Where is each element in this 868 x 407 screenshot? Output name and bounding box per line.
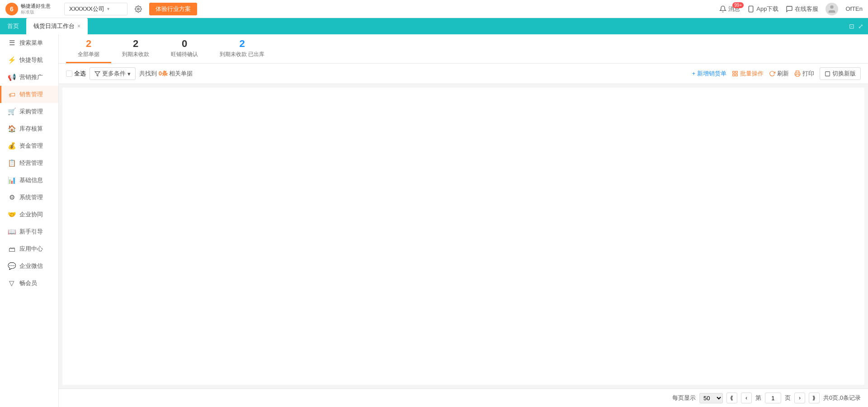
svg-rect-9 xyxy=(796,74,799,76)
stat-label-overdue: 到期未收款 xyxy=(122,51,149,58)
svg-marker-4 xyxy=(95,71,100,76)
content-area: 2 全部单据 2 到期未收款 0 旺铺待确认 2 到期未收款 已出库 全选 xyxy=(59,34,868,407)
app-download-action[interactable]: App下载 xyxy=(747,5,778,13)
batch-icon xyxy=(732,70,738,77)
sidebar-item-purchase-mgmt[interactable]: 🛒 采购管理 xyxy=(0,103,58,120)
svg-point-0 xyxy=(137,8,139,10)
main-layout: ☰ 搜索菜单 ⚡ 快捷导航 📢 营销推广 🏷 销售管理 🛒 采购管理 🏠 库存核… xyxy=(0,34,868,407)
experience-btn[interactable]: 体验行业方案 xyxy=(149,3,197,15)
company-name: XXXXXX公司 xyxy=(69,5,104,13)
sidebar-item-label: 基础信息 xyxy=(19,176,43,184)
sidebar-item-label: 营销推广 xyxy=(19,73,43,81)
tab-actions: ⊡ ⤢ xyxy=(849,23,868,30)
toolbar: 全选 更多条件 ▾ 共找到 0条 相关单据 + 新增销货单 xyxy=(59,64,868,84)
nav-tabs: 首页 钱货日清工作台 × ⊡ ⤢ xyxy=(0,18,868,34)
sidebar-item-marketing[interactable]: 📢 营销推广 xyxy=(0,69,58,86)
page-size-label: 每页显示 xyxy=(672,394,696,402)
tab-expand-icon[interactable]: ⤢ xyxy=(858,23,863,30)
sidebar-item-label: 企业协同 xyxy=(19,211,43,219)
switch-version-button[interactable]: 切换新版 xyxy=(820,67,861,80)
sidebar-item-member[interactable]: ▽ 畅会员 xyxy=(0,275,58,292)
message-badge: 99+ xyxy=(732,2,744,8)
stat-tab-overdue[interactable]: 2 到期未收款 xyxy=(111,34,160,63)
next-page-button[interactable]: › xyxy=(794,393,805,403)
online-service-action[interactable]: 在线客服 xyxy=(786,5,818,13)
top-header: 6 畅捷通好生意 标准版 XXXXXX公司 ▾ 体验行业方案 消息 99+ xyxy=(0,0,868,18)
svg-rect-8 xyxy=(733,74,735,76)
stat-label-overdue-shipped: 到期未收款 已出库 xyxy=(220,51,264,58)
svg-rect-10 xyxy=(826,71,830,76)
sidebar-item-label: 库存核算 xyxy=(19,125,43,133)
sidebar-item-system-mgmt[interactable]: ⚙ 系统管理 xyxy=(0,189,58,206)
sales-mgmt-icon: 🏷 xyxy=(8,91,16,98)
sidebar-item-beginner-guide[interactable]: 📖 新手引导 xyxy=(0,223,58,240)
page-label-suffix: 页 xyxy=(785,394,791,402)
basic-info-icon: 📊 xyxy=(8,176,16,184)
sidebar-item-label: 畅会员 xyxy=(19,279,37,287)
sidebar: ☰ 搜索菜单 ⚡ 快捷导航 📢 营销推广 🏷 销售管理 🛒 采购管理 🏠 库存核… xyxy=(0,34,59,407)
first-page-button[interactable]: ⟪ xyxy=(726,393,737,403)
system-mgmt-icon: ⚙ xyxy=(8,193,16,201)
stat-tab-pending[interactable]: 0 旺铺待确认 xyxy=(160,34,209,63)
inventory-icon: 🏠 xyxy=(8,125,16,133)
sidebar-item-label: 新手引导 xyxy=(19,228,43,236)
tab-minimize-icon[interactable]: ⊡ xyxy=(849,23,854,30)
sidebar-item-enterprise-wechat[interactable]: 💬 企业微信 xyxy=(0,257,58,275)
marketing-icon: 📢 xyxy=(8,73,16,81)
stat-number-overdue: 2 xyxy=(133,38,138,50)
sidebar-item-basic-info[interactable]: 📊 基础信息 xyxy=(0,172,58,189)
sidebar-item-search-menu[interactable]: ☰ 搜索菜单 xyxy=(0,34,58,51)
svg-rect-5 xyxy=(733,71,735,73)
stat-number-pending: 0 xyxy=(182,38,187,50)
page-size-select[interactable]: 50 10 20 100 xyxy=(699,393,723,403)
refresh-button[interactable]: 刷新 xyxy=(769,70,789,78)
batch-operation-button[interactable]: 批量操作 xyxy=(732,70,764,78)
operations-mgmt-icon: 📋 xyxy=(8,159,16,167)
sidebar-item-label: 系统管理 xyxy=(19,193,43,201)
sidebar-item-operations-mgmt[interactable]: 📋 经营管理 xyxy=(0,154,58,172)
stat-tab-overdue-shipped[interactable]: 2 到期未收款 已出库 xyxy=(209,34,275,63)
stats-tabs: 2 全部单据 2 到期未收款 0 旺铺待确认 2 到期未收款 已出库 xyxy=(59,34,868,64)
sidebar-item-label: 销售管理 xyxy=(19,90,43,98)
avatar[interactable] xyxy=(826,3,838,15)
stat-tab-all[interactable]: 2 全部单据 xyxy=(66,34,111,63)
svg-rect-1 xyxy=(749,6,753,12)
app-download-label: App下载 xyxy=(756,5,778,13)
add-sales-order-button[interactable]: + 新增销货单 xyxy=(692,70,726,78)
svg-rect-7 xyxy=(736,74,737,76)
switch-icon xyxy=(825,71,830,77)
page-label: 第 xyxy=(755,394,761,402)
sidebar-item-enterprise-collab[interactable]: 🤝 企业协同 xyxy=(0,206,58,223)
select-all-area[interactable]: 全选 xyxy=(66,70,86,78)
company-selector[interactable]: XXXXXX公司 ▾ xyxy=(64,3,127,15)
settings-button[interactable] xyxy=(132,3,145,15)
sidebar-item-sales-mgmt[interactable]: 🏷 销售管理 xyxy=(0,86,58,103)
sidebar-item-label: 经营管理 xyxy=(19,159,43,167)
print-button[interactable]: 打印 xyxy=(794,70,814,78)
sidebar-item-label: 资金管理 xyxy=(19,142,43,150)
select-all-checkbox[interactable] xyxy=(66,70,72,77)
select-all-label: 全选 xyxy=(74,70,86,78)
sidebar-item-capital-mgmt[interactable]: 💰 资金管理 xyxy=(0,137,58,154)
username: OfTEn xyxy=(845,5,863,12)
message-action[interactable]: 消息 99+ xyxy=(719,5,740,13)
chevron-down-icon: ▾ xyxy=(107,6,109,11)
sidebar-item-quick-nav[interactable]: ⚡ 快捷导航 xyxy=(0,51,58,69)
enterprise-wechat-icon: 💬 xyxy=(8,262,16,270)
sidebar-item-inventory[interactable]: 🏠 库存核算 xyxy=(0,120,58,137)
sidebar-item-label: 应用中心 xyxy=(19,245,43,253)
tab-home[interactable]: 首页 xyxy=(0,18,26,34)
sidebar-item-app-center[interactable]: 🗃 应用中心 xyxy=(0,240,58,257)
prev-page-button[interactable]: ‹ xyxy=(741,393,752,403)
refresh-icon xyxy=(769,70,775,77)
tab-workbench[interactable]: 钱货日清工作台 × xyxy=(26,18,88,34)
last-page-button[interactable]: ⟫ xyxy=(809,393,820,403)
tab-close-icon[interactable]: × xyxy=(77,23,80,29)
online-service-label: 在线客服 xyxy=(795,5,818,13)
filter-button[interactable]: 更多条件 ▾ xyxy=(90,67,136,80)
page-number-input[interactable] xyxy=(765,393,781,403)
stat-number-all: 2 xyxy=(86,38,91,50)
quick-nav-icon: ⚡ xyxy=(8,56,16,64)
total-info: 共0页,0条记录 xyxy=(823,394,861,402)
logo-text: 畅捷通好生意 标准版 xyxy=(21,3,51,15)
